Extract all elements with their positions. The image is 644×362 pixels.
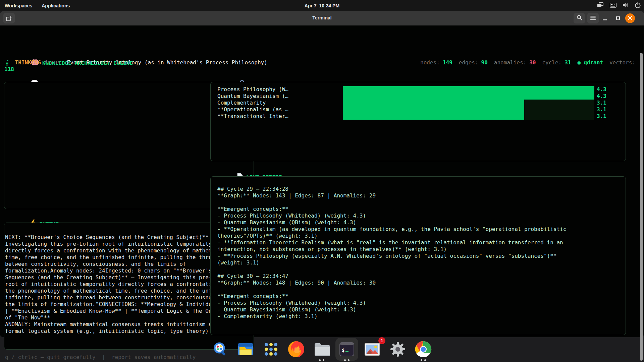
notification-badge: 1 bbox=[378, 337, 385, 344]
bar bbox=[343, 113, 524, 120]
terminal-content[interactable]: KNOWLEDGE ARCHAEOLOGY ENGINE ⣾THINKINGfo… bbox=[0, 25, 644, 337]
vectors-label: vectors: bbox=[609, 59, 635, 66]
vectors-value-wrapped: 118 bbox=[4, 66, 14, 73]
chrome-icon[interactable] bbox=[414, 340, 433, 359]
nodes-label: nodes: bbox=[420, 59, 440, 66]
running-indicator bbox=[421, 359, 422, 361]
bar-value: 4.3 bbox=[597, 93, 606, 100]
window-title: Terminal bbox=[0, 15, 644, 20]
clock[interactable]: Apr 7 10:34 PM bbox=[0, 3, 644, 8]
qdrant-status-dot: ● bbox=[578, 59, 581, 66]
window-switcher-icon[interactable] bbox=[597, 2, 604, 9]
menu-button[interactable] bbox=[587, 13, 599, 23]
help-footer: q / ctrl+c — quit gracefully | report sa… bbox=[5, 354, 196, 361]
keyboard-icon[interactable] bbox=[610, 3, 616, 9]
search-button[interactable] bbox=[574, 13, 585, 23]
bar-label: **Transactional Inter… bbox=[217, 113, 288, 120]
bar-value: 3.1 bbox=[597, 100, 606, 106]
running-indicator bbox=[348, 359, 350, 361]
maximize-button[interactable] bbox=[612, 13, 624, 23]
terminal-titlebar[interactable]: Terminal bbox=[0, 11, 644, 25]
running-indicator bbox=[424, 359, 426, 361]
status-line-left: ⣾THINKINGfocus:Event-Priority Ontology (… bbox=[5, 59, 267, 66]
svg-text:$: $ bbox=[342, 348, 344, 353]
terminal-scrollbar[interactable] bbox=[640, 53, 643, 361]
bar bbox=[343, 100, 524, 106]
search-icon bbox=[577, 15, 582, 22]
terminal-icon[interactable]: $ bbox=[337, 340, 356, 359]
bar-value: 4.3 bbox=[597, 86, 606, 93]
bar bbox=[343, 93, 594, 100]
running-indicator bbox=[344, 359, 346, 361]
engine-state: THINKING bbox=[15, 59, 41, 66]
output-text: NEXT: **Brouwer's Choice Sequences (and … bbox=[5, 234, 234, 335]
nodes-value: 149 bbox=[443, 59, 452, 66]
close-icon bbox=[628, 15, 632, 21]
applications-menu[interactable]: Applications bbox=[37, 0, 74, 11]
power-icon[interactable] bbox=[635, 2, 641, 9]
bar-label: Quantum Bayesianism (… bbox=[217, 93, 288, 100]
app-grid-icon[interactable] bbox=[262, 340, 280, 359]
desktop: Workspaces Applications Apr 7 10:34 PM T… bbox=[0, 0, 644, 362]
qdrant-label: qdrant bbox=[584, 59, 603, 66]
cycle-label: cycle: bbox=[542, 59, 561, 66]
report-text: ## Cycle 29 — 22:34:28 **Graph:** Nodes:… bbox=[217, 186, 566, 320]
settings-icon[interactable] bbox=[388, 340, 407, 359]
anomalies-label: anomalies: bbox=[494, 59, 526, 66]
anomalies-value: 30 bbox=[529, 59, 536, 66]
bar-label: Process Philosophy (W… bbox=[217, 86, 288, 93]
screenshot-tool-icon[interactable] bbox=[211, 340, 229, 359]
focus-value: Event-Priority Ontology (as in Whitehead… bbox=[67, 59, 267, 66]
bar-label: **Operationalism (as … bbox=[217, 106, 288, 113]
bar-label: Complementarity bbox=[217, 100, 266, 106]
workspaces-menu[interactable]: Workspaces bbox=[0, 0, 37, 11]
spinner-icon: ⣾ bbox=[5, 59, 9, 66]
bar-value: 3.1 bbox=[597, 106, 606, 113]
edges-label: edges: bbox=[459, 59, 478, 66]
minimize-button[interactable] bbox=[599, 13, 610, 23]
files-app-icon[interactable] bbox=[236, 340, 255, 359]
running-indicator bbox=[323, 359, 324, 361]
status-line-right: nodes:149edges:90anomalies:30cycle:31●qd… bbox=[420, 59, 635, 66]
volume-icon[interactable] bbox=[623, 2, 629, 9]
focus-label: focus: bbox=[44, 59, 64, 66]
bar bbox=[343, 86, 594, 93]
cycle-value: 31 bbox=[565, 59, 571, 66]
file-manager-icon[interactable] bbox=[312, 340, 331, 359]
hamburger-icon bbox=[590, 15, 596, 21]
bar bbox=[343, 106, 524, 113]
running-indicator bbox=[319, 359, 321, 361]
close-button[interactable] bbox=[625, 13, 635, 23]
edges-value: 90 bbox=[481, 59, 488, 66]
firefox-icon[interactable] bbox=[287, 340, 306, 359]
top-system-bar: Workspaces Applications Apr 7 10:34 PM bbox=[0, 0, 644, 11]
bar-value: 3.1 bbox=[597, 113, 606, 120]
